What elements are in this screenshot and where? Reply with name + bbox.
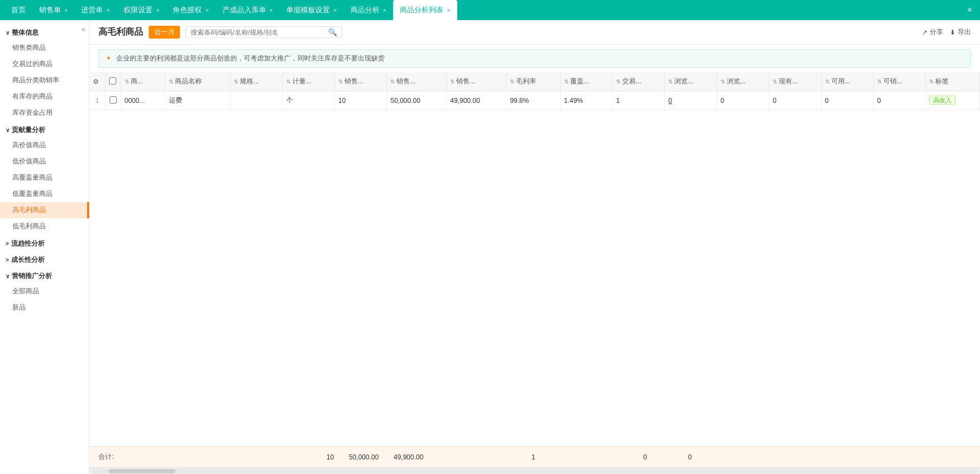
info-banner: ✦ 企业的主要的利润都是这部分商品创造的，可考虑加大推广，同时关注库存是不要出现… <box>98 49 971 68</box>
col-header-sellable_stock[interactable]: ⇅可销... <box>873 72 925 91</box>
nav-item-单据模板设置[interactable]: 单据模板设置× <box>280 0 343 20</box>
footer-label: 合计: <box>98 452 113 462</box>
col-header-sales_cost[interactable]: ⇅销售... <box>447 72 506 91</box>
sidebar-item-低覆盖量商品[interactable]: 低覆盖量商品 <box>0 186 89 202</box>
cell-available_stock: 0 <box>821 91 873 110</box>
col-header-name[interactable]: ⇅商品名称 <box>165 72 230 91</box>
col-header-sales_amount[interactable]: ⇅销售... <box>387 72 447 91</box>
nav-item-商品分析[interactable]: 商品分析× <box>344 0 393 20</box>
scrollbar-track <box>92 469 978 473</box>
nav-close-icon[interactable]: × <box>383 7 386 13</box>
export-button[interactable]: ⬇ 导出 <box>950 27 971 37</box>
sidebar-group-成长性分析[interactable]: >成长性分析 <box>0 251 89 267</box>
sidebar-item-全部商品[interactable]: 全部商品 <box>0 283 89 299</box>
sidebar-item-商品分类助销率[interactable]: 商品分类助销率 <box>0 72 89 88</box>
sidebar-group-贡献量分析[interactable]: ∨贡献量分析 <box>0 121 89 137</box>
nav-close-icon[interactable]: × <box>106 7 110 13</box>
select-all-checkbox[interactable] <box>109 77 116 85</box>
row-checkbox[interactable] <box>110 96 117 104</box>
col-header-transaction[interactable]: ⇅交易... <box>613 72 665 91</box>
data-table: ⚙⇅商...⇅商品名称⇅规格...⇅计量...⇅销售...⇅销售...⇅销售..… <box>89 72 980 110</box>
footer-current-stock: 0 <box>605 453 650 461</box>
col-header-code[interactable]: ⇅商... <box>121 72 165 91</box>
nav-close-icon[interactable]: × <box>156 7 159 13</box>
sidebar-item-销售类商品[interactable]: 销售类商品 <box>0 40 89 56</box>
cell-sales_qty: 10 <box>335 91 387 110</box>
footer-sales-cost: 49,900.00 <box>382 453 427 461</box>
close-all-button[interactable]: × <box>959 5 980 15</box>
col-header-unit[interactable]: ⇅计量... <box>282 72 334 91</box>
sidebar-group-营销推广分析[interactable]: ∨营销推广分析 <box>0 267 89 283</box>
col-header-browse1[interactable]: ⇅浏览... <box>665 72 717 91</box>
nav-item-商品分析列表[interactable]: 商品分析列表× <box>393 0 457 20</box>
col-sort-icon: ⇅ <box>825 78 830 85</box>
col-sort-icon: ⇅ <box>125 78 129 85</box>
nav-item-首页[interactable]: 首页 <box>4 0 32 20</box>
table-header-row: ⚙⇅商...⇅商品名称⇅规格...⇅计量...⇅销售...⇅销售...⇅销售..… <box>89 72 980 91</box>
nav-item-销售单[interactable]: 销售单× <box>32 0 74 20</box>
col-header-available_stock[interactable]: ⇅可用... <box>821 72 873 91</box>
col-header-browse2[interactable]: ⇅浏览... <box>717 72 769 91</box>
cell-sellable_stock: 0 <box>873 91 925 110</box>
col-header-gross_margin[interactable]: ⇅毛利率 <box>506 72 561 91</box>
settings-icon[interactable]: ⚙ <box>93 78 99 86</box>
export-icon: ⬇ <box>950 29 955 36</box>
filter-recent-month-button[interactable]: 近一月 <box>149 26 180 39</box>
cell-browse1[interactable]: 0 <box>665 91 717 110</box>
sidebar-item-有库存的商品[interactable]: 有库存的商品 <box>0 88 89 105</box>
col-header-settings[interactable]: ⚙ <box>89 72 105 91</box>
table-row: 10000...运费个1050,000.0049,900.0099.8%1.49… <box>89 91 980 110</box>
col-header-checkbox[interactable] <box>105 72 121 91</box>
nav-close-icon[interactable]: × <box>205 7 209 13</box>
sidebar-item-低毛利商品[interactable]: 低毛利商品 <box>0 218 89 234</box>
nav-close-icon[interactable]: × <box>333 7 337 13</box>
sidebar-item-交易过的商品[interactable]: 交易过的商品 <box>0 56 89 72</box>
col-header-spec[interactable]: ⇅规格... <box>230 72 282 91</box>
nav-close-icon[interactable]: × <box>447 7 450 13</box>
search-input[interactable] <box>191 29 328 36</box>
cell-sales_cost: 49,900.00 <box>447 91 506 110</box>
sidebar-collapse-button[interactable]: « <box>81 25 86 34</box>
col-sort-icon: ⇅ <box>929 78 934 85</box>
top-nav: 首页销售单×进货单×权限设置×角色授权×产成品入库单×单据模板设置×商品分析×商… <box>0 0 980 20</box>
footer-sales-qty: 10 <box>292 453 337 461</box>
col-header-tag[interactable]: ⇅标签 <box>926 72 980 91</box>
sidebar-item-低价值商品[interactable]: 低价值商品 <box>0 153 89 170</box>
sidebar-item-新品[interactable]: 新品 <box>0 299 89 316</box>
horizontal-scrollbar[interactable] <box>89 467 980 474</box>
sidebar-group-流趋性分析[interactable]: >流趋性分析 <box>0 234 89 251</box>
sidebar-item-高毛利商品[interactable]: 高毛利商品 <box>0 202 89 218</box>
nav-item-权限设置[interactable]: 权限设置× <box>117 0 166 20</box>
col-header-sales_qty[interactable]: ⇅销售... <box>335 72 387 91</box>
col-sort-icon: ⇅ <box>510 78 514 85</box>
nav-close-icon[interactable]: × <box>269 7 273 13</box>
content-header: 高毛利商品 近一月 🔍 ↗ 分享 ⬇ 导出 <box>89 20 980 45</box>
nav-item-进货单[interactable]: 进货单× <box>74 0 116 20</box>
col-header-coverage[interactable]: ⇅覆盖... <box>560 72 612 91</box>
search-icon[interactable]: 🔍 <box>328 28 337 36</box>
nav-close-icon[interactable]: × <box>64 7 68 13</box>
cell-name: 运费 <box>165 91 230 110</box>
footer-sales-amount: 50,000.00 <box>337 453 382 461</box>
col-sort-icon: ⇅ <box>169 78 173 85</box>
scrollbar-thumb[interactable] <box>108 469 176 473</box>
col-sort-icon: ⇅ <box>668 78 673 85</box>
share-button[interactable]: ↗ 分享 <box>922 27 943 37</box>
table-body: 10000...运费个1050,000.0049,900.0099.8%1.49… <box>89 91 980 110</box>
nav-item-角色授权[interactable]: 角色授权× <box>166 0 215 20</box>
cell-coverage: 1.49% <box>560 91 612 110</box>
browse-link[interactable]: 0 <box>668 97 672 105</box>
sidebar-group-整体信息[interactable]: ∨整体信息 <box>0 24 89 40</box>
col-sort-icon: ⇅ <box>773 78 777 85</box>
share-icon: ↗ <box>922 29 927 36</box>
sidebar-item-库存资金占用[interactable]: 库存资金占用 <box>0 105 89 121</box>
nav-item-产成品入库单[interactable]: 产成品入库单× <box>216 0 280 20</box>
group-arrow-icon: ∨ <box>6 127 10 133</box>
table-wrapper[interactable]: ⚙⇅商...⇅商品名称⇅规格...⇅计量...⇅销售...⇅销售...⇅销售..… <box>89 72 980 446</box>
col-sort-icon: ⇅ <box>338 78 343 85</box>
sidebar-item-高覆盖量商品[interactable]: 高覆盖量商品 <box>0 170 89 186</box>
cell-current_stock: 0 <box>769 91 821 110</box>
col-header-current_stock[interactable]: ⇅现有... <box>769 72 821 91</box>
sidebar-item-高价值商品[interactable]: 高价值商品 <box>0 137 89 153</box>
col-sort-icon: ⇅ <box>616 78 621 85</box>
